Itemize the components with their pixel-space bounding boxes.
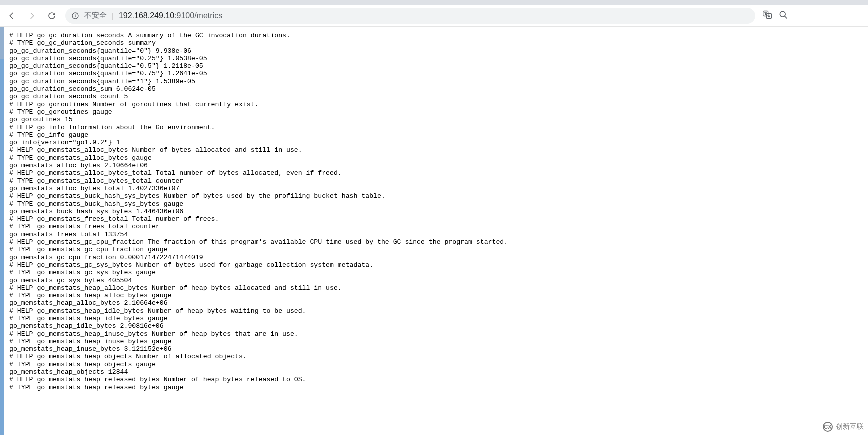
back-button[interactable] [5, 10, 18, 22]
reload-button[interactable] [45, 10, 58, 22]
watermark-logo-icon: CX [823, 422, 833, 432]
left-strip [0, 27, 4, 435]
metrics-output: # HELP go_gc_duration_seconds A summary … [0, 27, 868, 392]
zoom-icon[interactable] [778, 10, 788, 22]
translate-icon[interactable] [762, 10, 772, 22]
insecure-label: 不安全 [84, 11, 107, 20]
svg-point-5 [780, 12, 785, 17]
address-bar[interactable]: 不安全 | 192.168.249.10:9100/metrics [65, 8, 755, 24]
watermark: CX 创新互联 [823, 422, 864, 432]
tab-strip [0, 0, 868, 5]
svg-line-6 [785, 16, 787, 18]
forward-button[interactable] [25, 10, 38, 22]
url-text: 192.168.249.10:9100/metrics [119, 12, 222, 20]
separator: | [112, 12, 114, 20]
site-info-icon[interactable] [71, 12, 79, 20]
watermark-text: 创新互联 [836, 422, 864, 432]
browser-toolbar: 不安全 | 192.168.249.10:9100/metrics [0, 5, 868, 27]
